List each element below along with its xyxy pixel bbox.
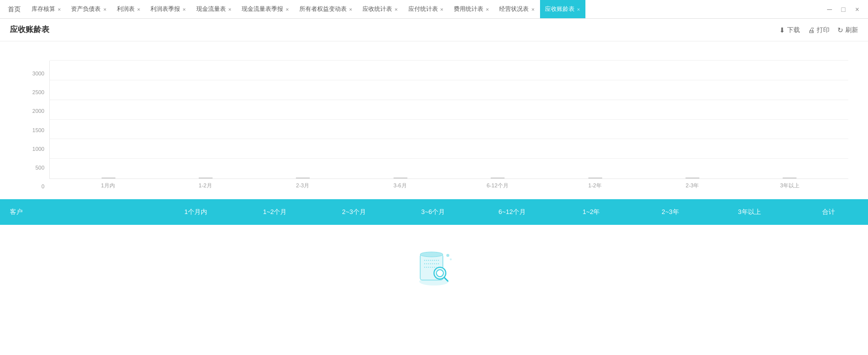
page-actions: ⬇ 下载 🖨 打印 ↻ 刷新	[779, 26, 858, 35]
x-label-3-6month: 3-6月	[352, 182, 449, 189]
svg-point-9	[436, 270, 443, 277]
tab-operation-close[interactable]: ×	[531, 6, 534, 12]
tab-equity-label: 所有者权益变动表	[299, 5, 347, 13]
x-label-6-12month: 6-12个月	[449, 182, 546, 189]
download-button[interactable]: ⬇ 下载	[779, 26, 800, 35]
tab-ap-stat-close[interactable]: ×	[440, 6, 443, 12]
print-icon: 🖨	[808, 26, 815, 34]
print-button[interactable]: 🖨 打印	[808, 26, 830, 35]
tab-expense-stat-close[interactable]: ×	[486, 6, 489, 12]
tab-profit-close[interactable]: ×	[137, 6, 140, 12]
window-close-btn[interactable]: ×	[852, 4, 862, 14]
y-label-1500: 1500	[20, 128, 44, 133]
x-label-1month: 1月内	[59, 182, 157, 189]
tab-cashflow-label: 现金流量表	[196, 5, 226, 13]
chart-plot: 1月内 1-2月 2-3月 3-6月 6-12个月 1-2年 2-3年 3年以上	[49, 61, 848, 189]
tab-inventory[interactable]: 库存核算 ×	[27, 0, 66, 19]
y-label-500: 500	[20, 165, 44, 171]
tab-inventory-close[interactable]: ×	[58, 6, 61, 12]
empty-state	[0, 225, 868, 309]
x-label-3year-plus: 3年以上	[741, 182, 839, 189]
bar-3year-plus	[783, 178, 796, 178]
chart-container: 0 500 1000 1500 2000 2500 3000	[20, 51, 848, 189]
bar-group-1-2year	[588, 178, 602, 178]
tab-profit-quarterly[interactable]: 利润表季报 ×	[145, 0, 191, 19]
tab-ap-stat[interactable]: 应付统计表 ×	[403, 0, 449, 19]
tab-ar-stat-close[interactable]: ×	[395, 6, 398, 12]
col-header-1month: 1个月内	[156, 208, 235, 216]
x-label-1-2year: 1-2年	[546, 182, 644, 189]
close-icon: ×	[855, 5, 859, 13]
table-header: 客户 1个月内 1~2个月 2~3个月 3~6个月 6~12个月 1~2年 2~…	[0, 199, 868, 225]
tab-expense-stat-label: 费用统计表	[454, 5, 483, 13]
bar-group-1-2month	[199, 178, 213, 178]
tab-home[interactable]: 首页	[2, 0, 27, 19]
col-header-customer: 客户	[0, 208, 156, 216]
tab-profit-quarterly-label: 利润表季报	[150, 5, 180, 13]
col-header-3year-plus: 3年以上	[710, 208, 789, 216]
chart-grid-area	[49, 61, 848, 179]
bars-row	[50, 61, 848, 178]
page-header: 应收账龄表 ⬇ 下载 🖨 打印 ↻ 刷新	[0, 19, 868, 41]
tab-ar-aging[interactable]: 应收账龄表 ×	[540, 0, 585, 19]
bar-1-2month	[199, 178, 213, 178]
refresh-button[interactable]: ↻ 刷新	[837, 26, 858, 35]
tab-ar-aging-label: 应收账龄表	[545, 5, 575, 13]
bar-group-3year-plus	[783, 178, 796, 178]
tab-cashflow-quarterly[interactable]: 现金流量表季报 ×	[237, 0, 294, 19]
print-label: 打印	[817, 26, 830, 35]
tab-cashflow-quarterly-label: 现金流量表季报	[242, 5, 283, 13]
tab-balance-close[interactable]: ×	[103, 6, 106, 12]
tab-ar-aging-close[interactable]: ×	[577, 6, 580, 12]
x-label-2-3month: 2-3月	[254, 182, 352, 189]
chart-area: 0 500 1000 1500 2000 2500 3000	[0, 41, 868, 199]
empty-icon	[409, 245, 459, 289]
tab-operation[interactable]: 经营状况表 ×	[494, 0, 540, 19]
y-label-1000: 1000	[20, 146, 44, 152]
tab-profit-quarterly-close[interactable]: ×	[182, 6, 185, 12]
tab-balance[interactable]: 资产负债表 ×	[66, 0, 111, 19]
bar-1-2year	[588, 178, 602, 178]
bar-group-2-3year	[686, 178, 699, 178]
tab-equity-close[interactable]: ×	[349, 6, 352, 12]
chart-x-labels: 1月内 1-2月 2-3月 3-6月 6-12个月 1-2年 2-3年 3年以上	[49, 179, 848, 189]
bar-group-2-3month	[296, 178, 310, 178]
refresh-icon: ↻	[837, 26, 843, 34]
bar-group-1month	[102, 178, 115, 178]
minimize-icon: ─	[827, 5, 832, 13]
page-title: 应收账龄表	[10, 25, 49, 35]
y-label-2500: 2500	[20, 90, 44, 95]
col-header-2-3year: 2~3年	[631, 208, 710, 216]
tab-equity[interactable]: 所有者权益变动表 ×	[294, 0, 358, 19]
window-minimize-btn[interactable]: ─	[825, 4, 834, 14]
maximize-icon: □	[841, 5, 845, 13]
col-header-total: 合计	[789, 208, 868, 216]
tab-profit[interactable]: 利润表 ×	[112, 0, 145, 19]
bar-group-6-12month	[491, 178, 505, 178]
tab-cashflow-close[interactable]: ×	[228, 6, 231, 12]
download-icon: ⬇	[779, 26, 785, 34]
tab-inventory-label: 库存核算	[32, 5, 55, 13]
download-label: 下载	[787, 26, 800, 35]
bar-2-3month	[296, 178, 310, 178]
x-label-1-2month: 1-2月	[157, 182, 254, 189]
col-header-2-3month: 2~3个月	[314, 208, 393, 216]
tab-ar-stat-label: 应收统计表	[362, 5, 392, 13]
tab-expense-stat[interactable]: 费用统计表 ×	[449, 0, 494, 19]
col-header-1-2year: 1~2年	[552, 208, 631, 216]
svg-point-12	[450, 258, 452, 260]
tab-balance-label: 资产负债表	[71, 5, 101, 13]
y-label-0: 0	[20, 184, 44, 189]
col-header-1-2month: 1~2个月	[235, 208, 314, 216]
window-maximize-btn[interactable]: □	[838, 4, 848, 14]
x-label-2-3year: 2-3年	[644, 182, 741, 189]
tab-cashflow[interactable]: 现金流量表 ×	[191, 0, 237, 19]
bar-1month	[102, 178, 115, 178]
window-controls: ─ □ ×	[825, 4, 866, 14]
tab-cashflow-quarterly-close[interactable]: ×	[286, 6, 289, 12]
bar-6-12month	[491, 178, 505, 178]
tab-ar-stat[interactable]: 应收统计表 ×	[358, 0, 403, 19]
tab-bar: 首页 库存核算 × 资产负债表 × 利润表 × 利润表季报 × 现金流量表 × …	[0, 0, 868, 19]
col-header-6-12month: 6~12个月	[472, 208, 551, 216]
chart-y-axis: 0 500 1000 1500 2000 2500 3000	[20, 71, 44, 189]
